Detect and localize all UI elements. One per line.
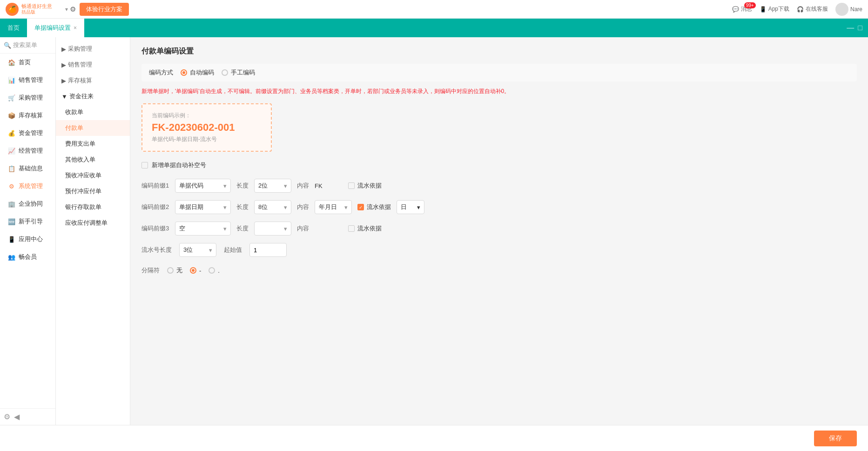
- sub-menu-item-advance-receipt[interactable]: 预收冲应收单: [56, 168, 130, 183]
- prefix1-select[interactable]: 单据代码 ▾: [175, 179, 231, 193]
- prefix2-serial-checkbox[interactable]: ✓: [357, 204, 364, 210]
- apps-icon: 📱: [7, 235, 16, 243]
- sub-menu-item-payment[interactable]: 付款单: [56, 120, 130, 136]
- sub-group-inventory[interactable]: ▶ 库存核算: [56, 73, 130, 88]
- auto-fill-checkbox[interactable]: [141, 162, 148, 168]
- nav-tabs: 首页 单据编码设置 × — □: [0, 19, 868, 37]
- sub-menu-item-ap-adjust[interactable]: 应收应付调整单: [56, 215, 130, 231]
- prefix1-serial-check[interactable]: 流水依据: [348, 182, 382, 190]
- chevron-right-icon3: ▶: [61, 77, 66, 84]
- system-icon: ⚙: [7, 182, 16, 190]
- prefix3-serial-checkbox[interactable]: [348, 225, 355, 232]
- serial-length-select[interactable]: 3位 ▾: [179, 243, 216, 257]
- search-icon: 🔍: [4, 42, 11, 49]
- sidebar-item-enterprise[interactable]: 🏢 企业协同: [0, 195, 55, 213]
- prefix2-content-arrow: ▾: [344, 204, 348, 211]
- sub-menu-item-advance-payment[interactable]: 预付冲应付单: [56, 183, 130, 199]
- prefix2-day-arrow: ▾: [417, 204, 420, 211]
- prefix1-length[interactable]: 2位 ▾: [254, 179, 291, 193]
- settings-icon[interactable]: ⚙: [70, 5, 76, 13]
- sidebar-settings-btn[interactable]: ⚙: [4, 412, 10, 421]
- tab-home[interactable]: 首页: [0, 19, 27, 37]
- prefix1-arrow: ▾: [223, 182, 227, 189]
- content-area: 付款单编码设置 编码方式 自动编码 手工编码 新增单据时，'单据编码'自动生成，…: [130, 37, 868, 425]
- sidebar-item-operation[interactable]: 📈 经营管理: [0, 142, 55, 160]
- sep-dash-dot: [190, 267, 196, 274]
- sidebar-item-member[interactable]: 👥 畅会员: [0, 248, 55, 266]
- auto-encode-radio[interactable]: 自动编码: [181, 68, 214, 77]
- sidebar-item-system[interactable]: ⚙ 系统管理: [0, 177, 55, 195]
- prefix2-serial-check[interactable]: ✓ 流水依据: [357, 203, 391, 211]
- serial-row: 流水号长度 3位 ▾ 起始值: [141, 243, 857, 257]
- top-bar-right: 💬 消息 99+ 📱 App下载 🎧 在线客服 Nare: [732, 3, 862, 16]
- user-item[interactable]: Nare: [835, 3, 862, 16]
- prefix1-serial-checkbox[interactable]: [348, 182, 355, 189]
- message-item[interactable]: 💬 消息 99+: [732, 5, 752, 13]
- sub-menu-item-receipt[interactable]: 收款单: [56, 104, 130, 120]
- sidebar-item-inventory[interactable]: 📦 库存核算: [0, 107, 55, 124]
- industry-button[interactable]: 体验行业方案: [80, 3, 129, 16]
- top-bar-nav: ▾ ⚙: [65, 5, 76, 13]
- sidebar-item-guide[interactable]: 🆕 新手引导: [0, 213, 55, 230]
- sidebar-collapse-btn[interactable]: ◀: [14, 412, 20, 421]
- purchase-icon: 🛒: [7, 94, 16, 102]
- sub-menu-item-other-income[interactable]: 其他收入单: [56, 152, 130, 168]
- prefix2-day-select[interactable]: 日 ▾: [397, 200, 424, 214]
- message-icon: 💬: [732, 6, 739, 13]
- start-value-input[interactable]: [249, 243, 287, 257]
- maximize-icon[interactable]: □: [858, 24, 862, 32]
- sep-dot-radio[interactable]: .: [209, 267, 220, 274]
- sidebar-item-basic[interactable]: 📋 基础信息: [0, 160, 55, 177]
- prefix2-length[interactable]: 8位 ▾: [254, 200, 291, 214]
- home-icon: 🏠: [7, 58, 16, 67]
- sub-menu-item-bank[interactable]: 银行存取款单: [56, 199, 130, 215]
- prefix3-length[interactable]: ▾: [254, 222, 291, 236]
- sub-group-sales[interactable]: ▶ 销售管理: [56, 57, 130, 73]
- auto-fill-row: 新增单据自动补空号: [141, 161, 857, 169]
- sub-group-purchase[interactable]: ▶ 采购管理: [56, 41, 130, 57]
- sep-none-radio[interactable]: 无: [167, 266, 182, 275]
- sep-dash-radio[interactable]: -: [190, 267, 201, 274]
- prefix3-select[interactable]: 空 ▾: [175, 222, 231, 236]
- tab-close-icon[interactable]: ×: [74, 25, 77, 31]
- nav-tab-actions: — □: [847, 24, 868, 32]
- sidebar-search[interactable]: 🔍 搜索菜单: [0, 37, 55, 54]
- brand-text: 畅通道好生意 括品版: [21, 3, 52, 15]
- prefix2-row: 编码前缀2 单据日期 ▾ 长度 8位 ▾ 内容 年月日 ▾ ✓ 流水依据 日 ▾: [141, 200, 857, 214]
- main-layout: 🔍 搜索菜单 🏠 首页 📊 销售管理 🛒 采购管理 📦 库存核算 💰 资金管理 …: [0, 37, 868, 425]
- sidebar-item-finance[interactable]: 💰 资金管理: [0, 124, 55, 142]
- prefix1-length-arrow: ▾: [284, 182, 287, 189]
- inventory-icon: 📦: [7, 111, 16, 120]
- save-button[interactable]: 保存: [814, 431, 857, 446]
- nav-dropdown[interactable]: ▾: [65, 6, 68, 13]
- prefix3-length-arrow: ▾: [284, 225, 287, 232]
- auto-encode-dot: [181, 69, 187, 76]
- sub-menu-item-expense[interactable]: 费用支出单: [56, 136, 130, 152]
- guide-icon: 🆕: [7, 217, 16, 226]
- enterprise-icon: 🏢: [7, 200, 16, 208]
- brand-icon: 🍊: [6, 3, 19, 16]
- finance-icon: 💰: [7, 129, 16, 137]
- prefix2-content-select[interactable]: 年月日 ▾: [315, 200, 352, 214]
- serial-length-arrow: ▾: [209, 247, 212, 254]
- minimize-icon[interactable]: —: [847, 24, 854, 32]
- service-item[interactable]: 🎧 在线客服: [797, 5, 828, 13]
- sidebar-item-purchase[interactable]: 🛒 采购管理: [0, 89, 55, 107]
- chevron-right-icon: ▶: [61, 46, 66, 53]
- app-download-item[interactable]: 📱 App下载: [760, 5, 789, 13]
- sidebar-item-sales[interactable]: 📊 销售管理: [0, 71, 55, 89]
- sep-dot-dot: [209, 267, 215, 274]
- sidebar-item-apps[interactable]: 📱 应用中心: [0, 230, 55, 248]
- prefix2-arrow: ▾: [223, 204, 227, 211]
- prefix2-select[interactable]: 单据日期 ▾: [175, 200, 231, 214]
- sub-group-funds[interactable]: ▼ 资金往来: [56, 88, 130, 104]
- info-text: 新增单据时，'单据编码'自动生成，不可编辑。前缀设置为部门、业务员等档案类，开单…: [141, 87, 857, 96]
- prefix1-row: 编码前缀1 单据代码 ▾ 长度 2位 ▾ 内容 FK 流水依据: [141, 179, 857, 193]
- manual-encode-radio[interactable]: 手工编码: [222, 68, 255, 77]
- sidebar-item-home[interactable]: 🏠 首页: [0, 54, 55, 71]
- avatar: [835, 3, 848, 16]
- prefix3-serial-check[interactable]: 流水依据: [348, 224, 382, 233]
- operation-icon: 📈: [7, 147, 16, 155]
- tab-encoding-settings[interactable]: 单据编码设置 ×: [27, 19, 84, 37]
- sidebar-bottom: ⚙ ◀: [0, 408, 55, 425]
